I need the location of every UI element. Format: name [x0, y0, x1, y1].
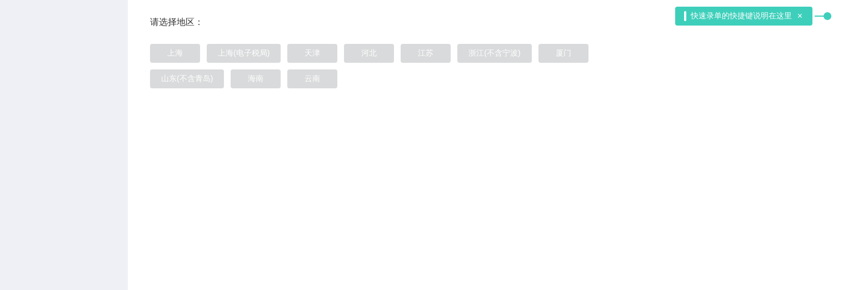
region-button-hebei[interactable]: 河北: [344, 44, 394, 63]
region-button-shandong[interactable]: 山东(不含青岛): [150, 69, 224, 88]
sidebar: [0, 0, 128, 290]
region-button-zhejiang[interactable]: 浙江(不含宁波): [457, 44, 531, 63]
region-button-yunnan[interactable]: 云南: [287, 69, 337, 88]
region-button-shanghai[interactable]: 上海: [150, 44, 200, 63]
tooltip-close-button[interactable]: ×: [796, 12, 804, 21]
main-content: 请选择地区： 上海上海(电子税局)天津河北江苏浙江(不含宁波)厦门 山东(不含青…: [128, 0, 868, 290]
tooltip-text: 快速录单的快捷键说明在这里: [691, 11, 792, 21]
region-button-tianjin[interactable]: 天津: [287, 44, 337, 63]
region-button-xiamen[interactable]: 厦门: [538, 44, 588, 63]
region-row-2: 山东(不含青岛)海南云南: [150, 69, 846, 88]
region-button-hainan[interactable]: 海南: [231, 69, 281, 88]
tooltip-bar: [684, 11, 686, 21]
tooltip-connector-dot: [824, 12, 831, 20]
region-button-jiangsu[interactable]: 江苏: [401, 44, 451, 63]
region-row-1: 上海上海(电子税局)天津河北江苏浙江(不含宁波)厦门: [150, 44, 846, 63]
region-button-shanghai-etax[interactable]: 上海(电子税局): [207, 44, 281, 63]
tooltip-banner: 快速录单的快捷键说明在这里 ×: [675, 7, 812, 26]
